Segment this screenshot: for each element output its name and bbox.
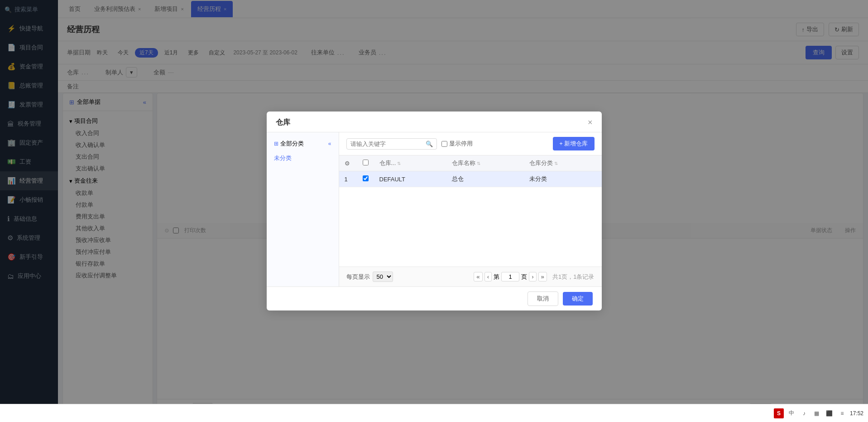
row-name: 总仓 (446, 171, 524, 187)
dialog-total-text: 共1页，1条记录 (552, 273, 594, 281)
dialog-close-button[interactable]: × (588, 118, 593, 127)
dialog-table: ⚙ 仓库... ⇅ (339, 155, 602, 267)
taskbar-icon-s[interactable]: S (774, 408, 784, 418)
dialog-title: 仓库 (276, 118, 290, 127)
search-icon-dialog: 🔍 (426, 141, 433, 147)
dialog-main: 🔍 显示停用 + 新增仓库 ⚙ (339, 132, 602, 286)
sort-icon-category: ⇅ (554, 161, 558, 166)
th-checkbox (357, 155, 374, 171)
taskbar-icon-mic[interactable]: ♪ (799, 408, 809, 418)
table-row[interactable]: 1 DEFAULT 总仓 未分类 (339, 171, 602, 187)
th-category: 仓库分类 ⇅ (524, 155, 601, 171)
show-disabled-checkbox-label[interactable]: 显示停用 (441, 140, 473, 148)
dialog-per-page: 每页显示 50 (346, 272, 393, 282)
row-checkbox-cell (357, 171, 374, 187)
taskbar-time: 17:52 (850, 410, 863, 417)
dialog-pagination: « ‹ 第 页 › » 共1页，1条记录 (474, 272, 594, 281)
dialog-header: 仓库 × (267, 112, 602, 132)
th-category-sort[interactable]: 仓库分类 ⇅ (529, 159, 596, 167)
dialog-next-page[interactable]: › (529, 272, 536, 281)
row-index: 1 (339, 171, 357, 187)
dialog-prev-page[interactable]: ‹ (484, 272, 492, 281)
dialog-footer: 每页显示 50 « ‹ 第 页 › » 共1页，1条记录 (339, 267, 602, 286)
table-header-row-dialog: ⚙ 仓库... ⇅ (339, 155, 602, 171)
taskbar-icon-zh[interactable]: 中 (786, 408, 796, 418)
th-settings: ⚙ (339, 155, 357, 171)
all-category-item[interactable]: ⊞ 全部分类 (274, 140, 304, 148)
dialog-last-page[interactable]: » (538, 272, 547, 281)
th-code: 仓库... ⇅ (374, 155, 447, 171)
all-category-label: 全部分类 (280, 140, 304, 148)
dialog-sidebar: ⊞ 全部分类 « 未分类 (267, 132, 339, 286)
dialog-sidebar-uncategorized[interactable]: 未分类 (267, 150, 339, 166)
row-checkbox[interactable] (363, 175, 369, 181)
dialog-first-page[interactable]: « (474, 272, 482, 281)
dialog-toolbar: 🔍 显示停用 + 新增仓库 (339, 132, 602, 155)
confirm-button[interactable]: 确定 (563, 292, 593, 306)
show-disabled-label: 显示停用 (449, 140, 473, 148)
warehouse-dialog: 仓库 × ⊞ 全部分类 « 未分类 (267, 112, 602, 310)
uncategorized-label: 未分类 (274, 154, 292, 162)
row-category: 未分类 (524, 171, 601, 187)
show-disabled-checkbox[interactable] (441, 141, 447, 147)
dialog-actions: 取消 确定 (267, 286, 602, 310)
th-name: 仓库名称 ⇅ (446, 155, 524, 171)
sort-icon-name: ⇅ (477, 161, 480, 166)
search-input[interactable] (350, 141, 426, 147)
sort-icon-code: ⇅ (397, 161, 401, 166)
th-code-sort[interactable]: 仓库... ⇅ (379, 159, 441, 167)
taskbar-icon-menu[interactable]: ≡ (837, 408, 847, 418)
taskbar-icon-box[interactable]: ⬛ (825, 408, 834, 418)
dialog-sidebar-items: 未分类 (267, 150, 339, 166)
dialog-page-input[interactable] (501, 272, 519, 281)
sidebar-collapse-btn[interactable]: « (328, 141, 331, 147)
cancel-button[interactable]: 取消 (528, 291, 558, 306)
dialog-sidebar-header: ⊞ 全部分类 « (267, 137, 339, 150)
dialog-body: ⊞ 全部分类 « 未分类 🔍 (267, 132, 602, 286)
settings-icon-table: ⚙ (345, 160, 350, 167)
select-all-dialog[interactable] (363, 160, 369, 165)
th-name-sort[interactable]: 仓库名称 ⇅ (452, 159, 518, 167)
dialog-per-page-select[interactable]: 50 (373, 272, 393, 282)
taskbar: S 中 ♪ ▦ ⬛ ≡ 17:52 (0, 404, 868, 422)
modal-overlay[interactable]: 仓库 × ⊞ 全部分类 « 未分类 (0, 0, 868, 422)
search-input-wrap: 🔍 (346, 138, 437, 150)
row-code: DEFAULT (374, 171, 447, 187)
taskbar-icon-grid[interactable]: ▦ (812, 408, 822, 418)
grid-icon-small: ⊞ (274, 141, 278, 147)
add-warehouse-button[interactable]: + 新增仓库 (553, 137, 594, 150)
